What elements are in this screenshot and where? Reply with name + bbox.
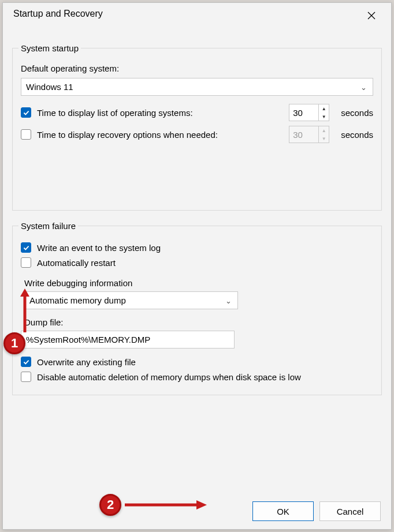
default-os-select[interactable]: Windows 11 ⌄ [21,78,373,96]
chevron-down-icon: ⌄ [225,296,232,305]
write-debug-label: Write debugging information [24,278,373,288]
auto-restart-row: Automatically restart [21,257,373,268]
dump-file-label: Dump file: [24,317,373,327]
time-list-row: Time to display list of operating system… [21,104,373,121]
system-failure-group: System failure Write an event to the sys… [12,221,382,395]
overwrite-checkbox[interactable] [21,357,31,367]
seconds-label: seconds [341,130,373,140]
write-event-checkbox[interactable] [21,242,31,253]
annotation-arrow-1 [16,285,34,335]
dialog-content: System startup Default operating system:… [3,31,391,493]
annotation-arrow-2 [122,497,209,512]
titlebar: Startup and Recovery [3,3,391,31]
auto-restart-label: Automatically restart [37,258,116,268]
time-recovery-label: Time to display recovery options when ne… [37,130,218,140]
time-recovery-value: 30 [289,126,318,143]
system-startup-legend: System startup [18,43,81,53]
ok-button[interactable]: OK [252,501,314,521]
dump-type-value: Automatic memory dump [29,295,126,305]
write-event-row: Write an event to the system log [21,242,373,253]
close-icon [367,11,376,20]
time-recovery-checkbox[interactable] [21,129,31,140]
time-list-label: Time to display list of operating system… [37,108,193,118]
system-failure-legend: System failure [18,221,78,231]
annotation-marker-2: 2 [99,494,121,516]
time-list-checkbox[interactable] [21,107,31,118]
time-recovery-spinner: 30 ▲ ▼ [289,126,329,143]
spinner-down-icon[interactable]: ▼ [319,113,329,121]
time-list-value: 30 [289,104,318,121]
annotation-marker-1: 1 [3,332,25,354]
dialog-window: Startup and Recovery System startup Defa… [2,2,392,530]
disable-delete-checkbox[interactable] [21,372,31,382]
close-button[interactable] [360,6,383,25]
spinner-down-icon: ▼ [319,134,329,143]
disable-delete-label: Disable automatic deletion of memory dum… [37,372,301,382]
dump-file-value: %SystemRoot%\MEMORY.DMP [26,335,150,344]
checkmark-icon [23,358,30,366]
checkmark-icon [23,244,30,252]
spinner-up-icon: ▲ [319,126,329,134]
chevron-down-icon: ⌄ [360,83,367,91]
default-os-label: Default operating system: [21,63,373,73]
default-os-value: Windows 11 [26,82,73,92]
cancel-button[interactable]: Cancel [319,501,381,521]
disable-delete-row: Disable automatic deletion of memory dum… [21,372,373,382]
system-startup-group: System startup Default operating system:… [12,43,382,211]
spinner-up-icon[interactable]: ▲ [319,104,329,113]
dump-type-select[interactable]: Automatic memory dump ⌄ [24,291,238,309]
auto-restart-checkbox[interactable] [21,257,31,268]
seconds-label: seconds [341,108,373,118]
time-list-spinner[interactable]: 30 ▲ ▼ [289,104,329,121]
checkmark-icon [23,109,30,117]
overwrite-label: Overwrite any existing file [37,357,136,367]
write-event-label: Write an event to the system log [37,243,161,253]
time-recovery-row: Time to display recovery options when ne… [21,126,373,143]
overwrite-row: Overwrite any existing file [21,357,373,367]
window-title: Startup and Recovery [13,9,103,19]
dump-file-input[interactable]: %SystemRoot%\MEMORY.DMP [21,331,235,349]
